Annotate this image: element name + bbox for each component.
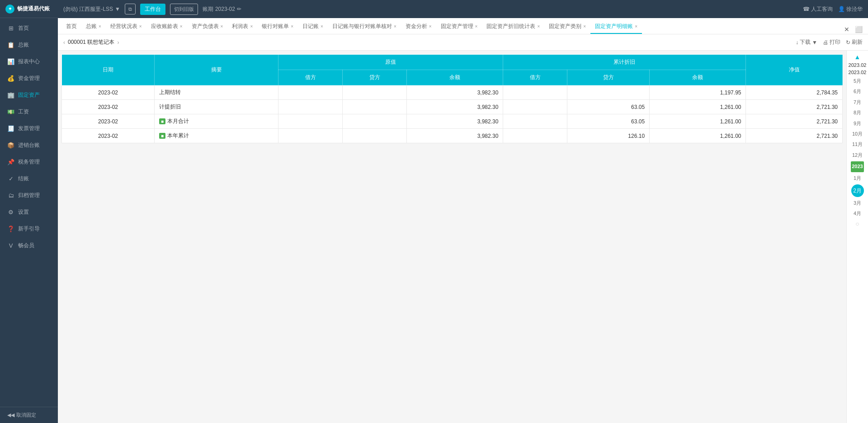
right-panel-month2-0[interactable]: 1月 (851, 173, 864, 183)
scroll-up-button[interactable]: ▲ (854, 52, 862, 61)
sidebar-item-税务管理[interactable]: 📌 税务管理 (0, 154, 58, 170)
breadcrumb-forward[interactable]: › (117, 39, 119, 46)
sidebar-item-新手引导[interactable]: ❓ 新手引导 (0, 221, 58, 237)
tab-close-9[interactable]: × (429, 24, 432, 29)
row-accum-balance-0: 1,197.95 (650, 85, 746, 100)
tab-close-2[interactable]: × (139, 24, 142, 29)
row-orig-balance-1: 3,982.30 (406, 100, 503, 114)
sidebar-item-设置[interactable]: ⚙ 设置 (0, 204, 58, 221)
sidebar-item-工资[interactable]: 💵 工资 (0, 103, 58, 120)
tab-close-10[interactable]: × (475, 24, 478, 29)
tab-label-2: 经营状况表 (110, 23, 137, 30)
close-all-button[interactable]: ✕ (842, 25, 851, 34)
right-panel-month2-3[interactable]: 4月 (851, 208, 864, 219)
sidebar-item-首页[interactable]: ⊞ 首页 (0, 20, 58, 37)
tab-close-8[interactable]: × (394, 24, 396, 29)
main-content: (勿动) 江西服垩-LSS ▼ ⧉ 工作台 切到旧版 账期 2023-02 ✏ … (58, 0, 868, 423)
right-panel-month-4[interactable]: 9月 (851, 118, 863, 129)
right-panel-month-5[interactable]: 10月 (851, 129, 863, 139)
row-orig-debit-3 (278, 129, 343, 143)
sidebar-item-发票管理[interactable]: 🧾 发票管理 (0, 120, 58, 137)
right-panel-month2-2[interactable]: 3月 (851, 198, 864, 208)
pin-icon: ◀◀ (7, 412, 14, 418)
sidebar-item-结账[interactable]: ✓ 结账 (0, 170, 58, 187)
copy-button[interactable]: ⧉ (125, 4, 136, 14)
tab-3[interactable]: 应收账龄表× (146, 20, 187, 34)
content-header: ‹ 000001 联想笔记本 › ↓ 下载 ▼ 🖨 打印 ↻ 刷新 (58, 34, 868, 51)
tab-close-1[interactable]: × (99, 24, 101, 29)
switch-button[interactable]: 切到旧版 (170, 4, 198, 15)
period-top1[interactable]: 2023.02 (848, 61, 868, 69)
print-button[interactable]: 🖨 打印 (823, 38, 840, 46)
refresh-label: 刷新 (852, 38, 863, 46)
service-button[interactable]: ☎ 人工客询 (803, 5, 833, 13)
sidebar-item-总账[interactable]: 📋 总账 (0, 37, 58, 53)
tab-close-12[interactable]: × (583, 24, 586, 29)
row-accum-credit-2: 63.05 (567, 114, 650, 129)
sidebar-item-资金管理[interactable]: 💰 资金管理 (0, 70, 58, 87)
tab-7[interactable]: 日记账× (298, 20, 328, 34)
period-edit-icon[interactable]: ✏ (237, 6, 241, 12)
tab-close-7[interactable]: × (321, 24, 323, 29)
right-panel-month-3[interactable]: 8月 (851, 108, 863, 118)
sidebar-icon-7: 📦 (7, 142, 14, 149)
right-panel-year: 2023 (849, 160, 865, 173)
tab-close-11[interactable]: × (537, 24, 540, 29)
tab-6[interactable]: 银行对账单× (257, 20, 298, 34)
row-orig-credit-0 (343, 85, 407, 100)
right-panel-month-0[interactable]: 5月 (851, 76, 863, 86)
right-panel-month-2[interactable]: 7月 (851, 97, 863, 108)
sidebar-label-10: 归档管理 (18, 192, 40, 199)
right-panel-year-badge[interactable]: 2023 (851, 161, 863, 172)
row-orig-balance-2: 3,982.30 (406, 114, 503, 129)
sidebar-item-进销台账[interactable]: 📦 进销台账 (0, 137, 58, 154)
sidebar-label-8: 税务管理 (18, 158, 40, 166)
tab-close-13[interactable]: × (635, 24, 637, 29)
right-panel-month-1[interactable]: 6月 (851, 86, 863, 97)
user-menu[interactable]: 👤 徐泾华 (838, 5, 863, 13)
sidebar-label-6: 发票管理 (18, 125, 40, 132)
tab-2[interactable]: 经营状况表× (106, 20, 146, 34)
sidebar-icon-11: ⚙ (7, 209, 14, 216)
user-avatar-icon: 👤 (838, 6, 845, 12)
tab-0[interactable]: 首页 (61, 20, 81, 34)
tab-5[interactable]: 利润表× (227, 20, 257, 34)
sidebar-icon-13: V (7, 242, 14, 249)
breadcrumb-back[interactable]: ‹ (63, 39, 65, 46)
sidebar-item-报表中心[interactable]: 📊 报表中心 (0, 53, 58, 70)
sidebar-item-归档管理[interactable]: 🗂 归档管理 (0, 187, 58, 204)
sidebar-bottom[interactable]: ◀◀ 取消固定 (0, 407, 58, 423)
scroll-down-button[interactable]: ○ (854, 219, 860, 228)
download-button[interactable]: ↓ 下载 ▼ (796, 38, 817, 46)
period-top2[interactable]: 2023.02 (848, 69, 868, 76)
tab-1[interactable]: 总账× (81, 20, 106, 34)
row-orig-debit-2 (278, 114, 343, 129)
workbench-button[interactable]: 工作台 (140, 4, 165, 15)
tab-close-4[interactable]: × (221, 24, 223, 29)
tab-4[interactable]: 资产负债表× (187, 20, 228, 34)
tab-12[interactable]: 固定资产类别× (544, 20, 590, 34)
company-name: (勿动) 江西服垩-LSS (63, 5, 113, 13)
right-panel-month-6[interactable]: 11月 (851, 139, 863, 150)
right-panel-month2-1[interactable]: 2月 (851, 184, 864, 197)
sidebar-icon-9: ✓ (7, 175, 14, 183)
tab-close-5[interactable]: × (250, 24, 253, 29)
tab-label-9: 资金分析 (406, 23, 427, 30)
row-orig-debit-1 (278, 100, 343, 114)
row-desc-1: 计提折旧 (155, 100, 278, 114)
sidebar-item-畅会员[interactable]: V 畅会员 (0, 237, 58, 254)
tab-10[interactable]: 固定资产管理× (436, 20, 482, 34)
tab-9[interactable]: 资金分析× (401, 20, 436, 34)
refresh-button[interactable]: ↻ 刷新 (846, 38, 863, 46)
right-panel-month-7[interactable]: 12月 (851, 150, 863, 160)
tab-close-3[interactable]: × (180, 24, 183, 29)
company-selector[interactable]: (勿动) 江西服垩-LSS ▼ (63, 5, 120, 13)
tab-label-6: 银行对账单 (262, 23, 289, 30)
tab-11[interactable]: 固定资产折旧统计表× (482, 20, 544, 34)
sidebar-item-固定资产[interactable]: 🏢 固定资产 (0, 87, 58, 103)
table-row-1: 2023-02 计提折旧 3,982.30 63.05 1,261.00 2,7… (62, 100, 843, 114)
tab-close-6[interactable]: × (291, 24, 293, 29)
tab-13[interactable]: 固定资产明细账× (590, 20, 642, 34)
tab-8[interactable]: 日记账与银行对账单核对× (328, 20, 401, 34)
maximize-button[interactable]: ⬜ (853, 25, 864, 34)
